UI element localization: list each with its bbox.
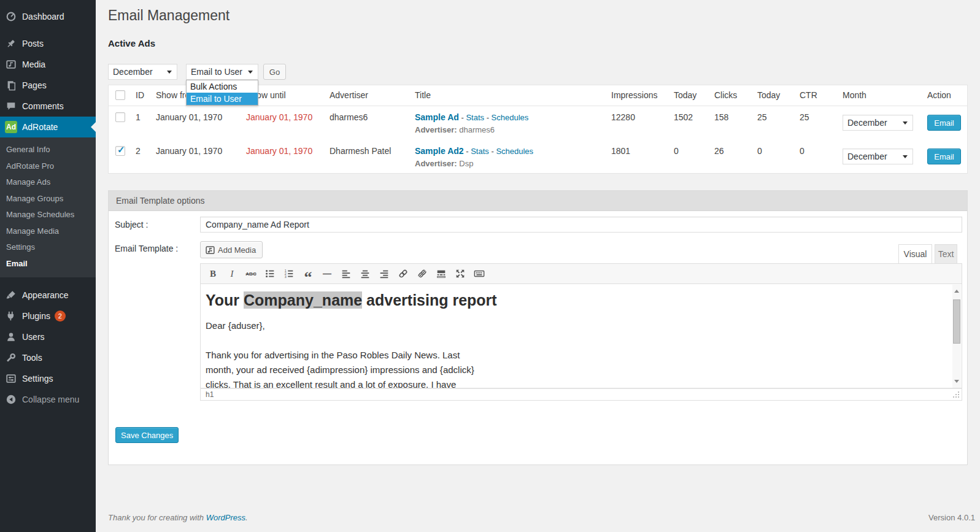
sidebar-item-plugins[interactable]: Plugins 2	[0, 306, 96, 326]
tab-visual[interactable]: Visual	[898, 244, 932, 263]
sidebar-item-label: AdRotate	[22, 122, 58, 132]
col-action: Action	[927, 90, 951, 100]
stats-link[interactable]: Stats	[466, 113, 484, 122]
page-title: Email Management	[108, 7, 230, 24]
sidebar-item-label: Plugins	[22, 311, 50, 321]
sidebar-item-settings[interactable]: Settings	[0, 368, 96, 389]
submenu-item-settings[interactable]: Settings	[0, 239, 96, 256]
editor-paragraph: Thank you for advertising in the Paso Ro…	[206, 348, 474, 388]
italic-icon[interactable]: I	[225, 266, 239, 281]
sidebar-item-label: Settings	[22, 374, 53, 384]
settings-icon	[5, 372, 17, 385]
email-template-panel: Email Template options Subject : Email T…	[108, 190, 968, 465]
bold-icon[interactable]: B	[206, 266, 220, 281]
ad-title-cell: Sample Ad2 - Stats - Schedules Advertise…	[415, 146, 533, 156]
sidebar-item-pages[interactable]: Pages	[0, 75, 96, 96]
align-right-icon[interactable]	[377, 266, 392, 281]
users-icon	[5, 331, 17, 343]
menu-separator	[0, 277, 96, 285]
strikethrough-icon[interactable]: ABC	[244, 266, 258, 281]
svg-text:3: 3	[285, 275, 287, 279]
tools-icon	[5, 352, 17, 364]
sidebar-item-comments[interactable]: Comments	[0, 96, 96, 117]
sidebar-item-label: Posts	[22, 39, 44, 48]
col-impressions: Impressions	[611, 90, 657, 100]
section-title: Active Ads	[108, 38, 155, 48]
sidebar-item-label: Pages	[22, 80, 47, 90]
go-button[interactable]: Go	[263, 64, 286, 80]
impressions-value: 12280	[611, 112, 635, 122]
sidebar-item-appearance[interactable]: Appearance	[0, 285, 96, 306]
schedules-link[interactable]: Schedules	[496, 147, 533, 156]
editor-heading: Your Company_name advertising report	[206, 291, 497, 309]
sidebar-collapse-menu[interactable]: Collapse menu	[0, 389, 96, 410]
col-today-clicks: Today	[757, 90, 780, 100]
sidebar-item-dashboard[interactable]: Dashboard	[0, 6, 96, 27]
align-left-icon[interactable]	[339, 266, 353, 281]
add-media-button[interactable]: Add Media	[200, 241, 263, 258]
submenu-item-manage-groups[interactable]: Manage Groups	[0, 191, 96, 207]
select-all-checkbox[interactable]	[115, 90, 125, 100]
email-button[interactable]: Email	[927, 115, 961, 131]
table-row: ✓ 2 January 01, 1970 January 01, 1970 Dh…	[109, 140, 967, 173]
sidebar-item-tools[interactable]: Tools	[0, 347, 96, 368]
editor-content-area[interactable]: Your Company_name advertising report Dea…	[200, 284, 962, 388]
horizontal-rule-icon[interactable]: —	[320, 266, 334, 281]
main-content: Email Management Active Ads December Ema…	[96, 0, 980, 532]
bulk-action-select[interactable]: Email to User	[186, 64, 258, 80]
dropdown-option-email-to-user[interactable]: Email to User	[187, 93, 258, 105]
submenu-item-general-info[interactable]: General Info	[0, 142, 96, 158]
row-checkbox[interactable]	[115, 112, 125, 122]
submenu-item-email[interactable]: Email	[0, 256, 96, 272]
email-template-label: Email Template :	[115, 244, 178, 253]
bulleted-list-icon[interactable]	[263, 266, 277, 281]
ad-title-link[interactable]: Sample Ad	[415, 112, 459, 122]
wordpress-link[interactable]: WordPress	[206, 513, 245, 522]
dropdown-option-bulk-actions[interactable]: Bulk Actions	[187, 80, 258, 93]
read-more-icon[interactable]	[434, 266, 449, 281]
today-impressions-value: 1502	[674, 112, 693, 122]
resize-handle-icon[interactable]	[952, 390, 960, 399]
unlink-icon[interactable]	[415, 266, 430, 281]
sidebar-item-label: Appearance	[22, 290, 69, 300]
ad-title-link[interactable]: Sample Ad2	[415, 146, 464, 156]
submenu-item-manage-schedules[interactable]: Manage Schedules	[0, 207, 96, 223]
scroll-down-icon[interactable]	[952, 378, 961, 388]
row-month-select[interactable]: December	[843, 115, 913, 131]
sidebar-item-media[interactable]: Media	[0, 54, 96, 75]
submenu-item-adrotate-pro[interactable]: AdRotate Pro	[0, 158, 96, 175]
submenu-item-manage-media[interactable]: Manage Media	[0, 223, 96, 240]
col-ctr: CTR	[800, 90, 817, 100]
blockquote-icon[interactable]: “	[301, 266, 315, 281]
keyboard-shortcuts-icon[interactable]	[472, 266, 487, 281]
fullscreen-icon[interactable]	[453, 266, 468, 281]
appearance-icon	[5, 289, 17, 301]
tab-text[interactable]: Text	[935, 244, 957, 263]
editor-scrollbar[interactable]	[952, 285, 961, 388]
link-icon[interactable]	[396, 266, 411, 281]
sidebar-item-posts[interactable]: Posts	[0, 33, 96, 54]
subject-input[interactable]	[200, 217, 962, 233]
impressions-value: 1801	[611, 146, 630, 156]
sidebar-item-users[interactable]: Users	[0, 326, 96, 347]
selected-text: Company_name	[244, 291, 362, 309]
align-center-icon[interactable]	[358, 266, 372, 281]
row-checkbox[interactable]: ✓	[115, 146, 125, 156]
submenu-item-manage-ads[interactable]: Manage Ads	[0, 174, 96, 191]
email-button[interactable]: Email	[927, 148, 961, 164]
advertiser-login: dharmes6	[330, 112, 368, 122]
sidebar-item-label: Tools	[22, 353, 42, 363]
row-month-select[interactable]: December	[843, 148, 913, 164]
month-filter-select[interactable]: December	[108, 64, 177, 80]
adrotate-submenu: General Info AdRotate Pro Manage Ads Man…	[0, 137, 96, 277]
save-changes-button[interactable]: Save Changes	[115, 427, 179, 443]
scroll-up-icon[interactable]	[952, 285, 961, 295]
sidebar-item-adrotate[interactable]: Ad AdRotate	[0, 117, 96, 137]
wysiwyg-editor: B I ABC 123 “ — Your Company_name advert…	[200, 263, 962, 401]
panel-header: Email Template options	[109, 191, 967, 211]
numbered-list-icon[interactable]: 123	[282, 266, 296, 281]
sidebar-item-label: Comments	[22, 101, 64, 111]
stats-link[interactable]: Stats	[471, 147, 489, 156]
scrollbar-thumb[interactable]	[953, 299, 960, 344]
schedules-link[interactable]: Schedules	[492, 113, 529, 122]
